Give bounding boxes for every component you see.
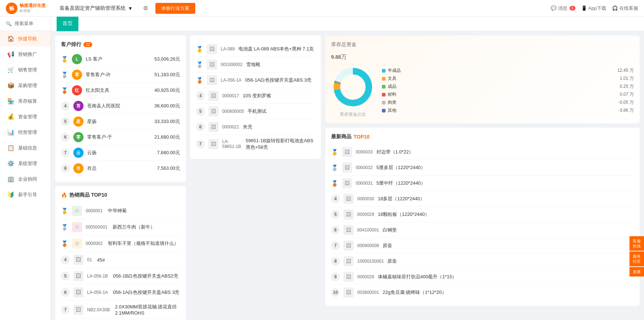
legend-name: 肉类 [388, 99, 396, 106]
header-center: 装备及固定资产辅助管理系统 ▼ ⚙ 体验行业方案 [57, 3, 551, 14]
sidebar-item-guide[interactable]: 🔰新手引导 [0, 187, 50, 202]
system-selector[interactable]: 装备及固定资产辅助管理系统 ▼ [57, 4, 136, 13]
rank-name: 红太阳文具 [86, 87, 151, 94]
gear-button[interactable]: ⚙ [140, 3, 151, 14]
new-product-item: 10 🖼 003800001 22g鱼豆腐·烧烤味（1*12*20） [331, 285, 634, 300]
logo-icon: 畅 [6, 3, 17, 14]
product-code: LA-089 [221, 46, 235, 52]
legend-value: -3.86 万 [612, 107, 634, 114]
product-thumb: 🖼 [73, 287, 83, 298]
product-name: 体械嘉核味苏打饮品400毫升（1*15） [378, 274, 457, 280]
product-name: 5厘中纤（1220*2440） [376, 180, 425, 186]
hot-product-item: 🥈 000500001 新西兰牛肉（新牛） [61, 219, 180, 235]
sidebar-item-company[interactable]: 🏢企业协同 [0, 171, 50, 187]
rank-num: 8 [61, 164, 70, 173]
hot-product-item: 7 🖼 NB2.0X30B 2.0X30MM双搓花轴.搓花直径2.1MM/ROH… [61, 301, 180, 319]
legend-item: 其他 -3.86 万 [382, 107, 634, 114]
logo-text: 畅捷通好生意 [20, 3, 46, 8]
sidebar-item-basic[interactable]: 📋基础信息 [0, 140, 50, 156]
legend-value: -0.05 万 [612, 99, 634, 106]
product-name: 新西兰牛肉（新牛） [113, 224, 155, 230]
float-btn-community[interactable]: 服务 社区 [629, 251, 644, 266]
rank-value: 53,006.26元 [154, 56, 180, 62]
product-thumb: 🖼 [73, 271, 83, 281]
product-code: 0000001 [86, 208, 103, 213]
sidebar-item-inventory[interactable]: 🏪库存核算 [0, 93, 50, 109]
fire-icon: 🔥 [61, 192, 67, 198]
legend-left: 成品 [382, 83, 396, 90]
sidebar-item-home[interactable]: 🏠快捷导航 [0, 31, 50, 46]
rank-num: 5 [331, 210, 340, 219]
tab-home[interactable]: 首页 [57, 17, 78, 31]
sidebar-item-finance[interactable]: 💰资金管理 [0, 109, 50, 124]
rank-value: 51,183.00元 [154, 71, 180, 78]
medal-icon: 🥈 [196, 61, 203, 68]
new-product-item: 8 🖼 10000100001 原壶 [331, 254, 634, 269]
sidebar: 🔍 搜索菜单 🏠快捷导航📢营销推广🛒销售管理📦采购管理🏪库存核算💰资金管理📊经营… [0, 17, 51, 320]
sidebar-item-sales[interactable]: 🛒销售管理 [0, 62, 50, 78]
system-name: 装备及固定资产辅助管理系统 [60, 5, 126, 12]
product-name: 夹壳 [243, 124, 252, 130]
app-download-button[interactable]: 📱 App下载 [581, 5, 606, 12]
product-name: 056-1A白色按键开关盖ABS 3壳 [245, 77, 311, 83]
sales-icon: 🛒 [7, 66, 15, 73]
trial-button[interactable]: 体验行业方案 [155, 3, 195, 14]
float-btn-direct[interactable]: 直播 [629, 267, 644, 276]
rank-name: 零售客户-于 [87, 134, 151, 140]
sidebar-label: 系统管理 [18, 160, 37, 167]
donut-chart: 库存资金占比 [331, 65, 375, 118]
message-icon: 💬 [551, 5, 557, 11]
product-thumb: 🖼 [343, 272, 354, 282]
rank-num: 5 [196, 107, 205, 116]
product-thumb: 🖼 [73, 255, 83, 265]
chevron-down-icon: ▼ [128, 5, 133, 11]
chart-label: 库存资金占比 [331, 111, 375, 118]
legend-name: 半成品 [388, 67, 401, 74]
rank-name: 星扬 [87, 118, 151, 125]
medal-icon: 🥉 [61, 87, 68, 94]
rank-num: 7 [61, 305, 70, 314]
legend-name: 材料 [388, 91, 396, 98]
content-area: 客户排行 22 🥇 L LS 客户 53,006.26元 🥈 零 零售客户-许 … [51, 31, 644, 320]
product-code: 003800001 [357, 290, 379, 295]
sidebar-label: 新手引导 [18, 192, 37, 198]
product-ranking-item: 🥉 🖼 LA-056-1A 056-1A白色按键开关盖ABS 3壳 [196, 73, 315, 88]
product-thumb: 🖼 [342, 163, 352, 173]
product-thumb: 🖼 [343, 241, 354, 251]
product-name: 封边带（1.0*22） [376, 149, 414, 155]
sidebar-label: 经营管理 [18, 129, 37, 136]
rank-name: 云扬 [87, 149, 153, 156]
product-name: 18颗粒板（1220*2440） [378, 211, 429, 218]
product-thumb: 🖼 [73, 305, 83, 315]
product-code: 001000002 [221, 62, 242, 67]
company-icon: 🏢 [7, 176, 15, 182]
message-button[interactable]: 💬 消息 6 [551, 5, 575, 12]
rank-name: 肖总 [87, 165, 153, 172]
hot-product-item: 4 🖼 01 45# [61, 252, 180, 268]
product-name: 59651-1B旋转投影灯电池盒ABS黑色+58壳 [246, 138, 315, 151]
product-code: 000800008 [357, 243, 379, 248]
online-service-button[interactable]: 🎧 在线客服 [612, 5, 638, 12]
sidebar-item-marketing[interactable]: 📢营销推广 [0, 46, 50, 62]
product-thumb [72, 222, 82, 232]
product-ranking-card: 🥇 🖼 LA-089 电池盖 LA-089 ABS本色+黑种 7.1克 🥈 🖼 … [190, 36, 321, 159]
product-name: 45# [97, 257, 105, 263]
product-code: LA-056-1A [221, 78, 241, 83]
inventory-amount: 9.88万 [331, 51, 347, 61]
medal-icon: 🥇 [61, 56, 68, 63]
sidebar-label: 基础信息 [18, 145, 37, 151]
rank-name: 零售客户-许 [86, 71, 151, 78]
sidebar-search[interactable]: 🔍 搜索菜单 [0, 17, 50, 31]
product-name: 手机测试 [248, 108, 266, 115]
product-name: 雪地靴 [246, 61, 260, 68]
hot-product-item: 🥉 0000002 智利车子里（规格不知道填什么） [61, 235, 180, 252]
float-btn-service[interactable]: 客服 热线 [629, 236, 644, 251]
sidebar-item-system[interactable]: ⚙️系统管理 [0, 156, 50, 171]
sidebar-label: 快捷导航 [18, 36, 37, 42]
sidebar-item-purchase[interactable]: 📦采购管理 [0, 78, 50, 93]
product-name: 5厘多层（1220*2440） [376, 164, 425, 171]
product-ranking-item: 5 🖼 000800005 手机测试 [196, 104, 315, 119]
sidebar-label: 采购管理 [18, 82, 37, 89]
sidebar-label: 销售管理 [18, 67, 37, 73]
sidebar-item-operation[interactable]: 📊经营管理 [0, 124, 50, 140]
